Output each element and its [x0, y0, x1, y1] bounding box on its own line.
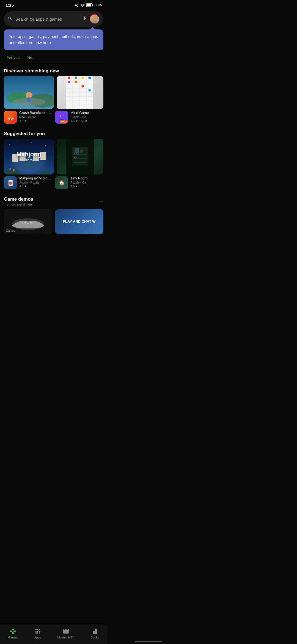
- mind-game-info[interactable]: PRO Mind Game Puzzle • Ca 4.5 ★ • $2.9: [55, 111, 103, 124]
- tab-new[interactable]: Ne...: [23, 53, 39, 62]
- mind-game-name: Mind Game: [70, 111, 103, 115]
- svg-point-26: [68, 81, 70, 83]
- svg-rect-59: [75, 148, 79, 153]
- pro-badge: PRO: [60, 120, 68, 123]
- game-demos-title: Game demos: [4, 197, 33, 202]
- crash-bandicoot-icon: 🦊: [4, 111, 17, 124]
- avatar-image: [90, 15, 99, 23]
- svg-rect-50: [72, 147, 88, 153]
- crash-bandicoot-meta: New • Action: [19, 115, 52, 119]
- svg-point-46: [13, 169, 15, 171]
- crash-bandicoot-card[interactable]: ⭐ 35 ⏸: [4, 76, 54, 109]
- mute-icon: [74, 3, 79, 7]
- svg-point-37: [31, 143, 32, 143]
- mind-game-details: Mind Game Puzzle • Ca 4.5 ★ • $2.9: [70, 111, 103, 123]
- tiny-room-rating: 4.5 ★: [70, 185, 103, 188]
- tiny-room-icon: 🏠: [55, 176, 68, 189]
- svg-point-3: [93, 16, 96, 20]
- wifi-icon: [80, 3, 85, 7]
- svg-rect-2: [92, 4, 93, 6]
- svg-point-22: [68, 77, 70, 79]
- svg-rect-58: [76, 157, 77, 158]
- crash-bandicoot-details: Crash Bandicoot: On the ... New • Action…: [19, 111, 52, 123]
- game-demos-arrow[interactable]: →: [98, 198, 103, 204]
- status-bar: 1:15 83%: [0, 0, 107, 9]
- svg-point-39: [51, 141, 51, 141]
- suggested-section-title: Suggested for you: [0, 128, 107, 139]
- chat-demo-text: PLAY AND CHAT W: [63, 219, 95, 223]
- mind-game-icon: PRO: [55, 111, 68, 124]
- mahjong-details: Mahjong by Microsoft Action • Puzzle 4.6…: [19, 176, 52, 188]
- svg-rect-51: [73, 154, 87, 155]
- svg-point-60: [80, 149, 83, 153]
- svg-point-23: [75, 77, 77, 79]
- mahjong-image: Mahjong by Microsoft: [4, 139, 54, 174]
- avatar[interactable]: [90, 14, 100, 24]
- battery-text: 83%: [95, 3, 102, 7]
- status-time: 1:15: [6, 3, 14, 7]
- svg-point-36: [18, 141, 18, 142]
- svg-rect-10: [27, 97, 31, 102]
- tiny-room-info[interactable]: 🏠 Tiny Room Puzzle • Ca 4.5 ★: [55, 176, 103, 189]
- mahjong-title: Mahjong by Microsoft: [16, 151, 41, 162]
- search-placeholder: Search for apps & games: [15, 17, 79, 21]
- svg-point-24: [81, 77, 84, 79]
- mahjong-title-main: Mahjong: [16, 151, 41, 158]
- crash-bandicoot-image: ⭐ 35 ⏸: [4, 76, 54, 109]
- crash-bandicoot-info[interactable]: 🦊 Crash Bandicoot: On the ... New • Acti…: [4, 111, 52, 124]
- svg-point-35: [9, 144, 10, 144]
- mahjong-card[interactable]: Mahjong by Microsoft: [4, 139, 54, 174]
- search-bar[interactable]: Search for apps & games: [4, 11, 103, 27]
- game-demos-subtitle: Try now, install later: [4, 203, 33, 206]
- tooltip-text: Your apps, games, payment methods, notif…: [9, 34, 98, 46]
- mahjong-title-sub: by Microsoft: [16, 158, 41, 162]
- svg-point-47: [9, 168, 11, 170]
- svg-point-31: [60, 115, 61, 117]
- svg-point-38: [45, 145, 46, 146]
- svg-point-28: [81, 85, 84, 88]
- tab-for-you[interactable]: For you: [3, 53, 23, 62]
- room-puzzle-image: [57, 139, 103, 174]
- mahjong-meta: Action • Puzzle: [19, 181, 52, 184]
- svg-point-27: [75, 81, 77, 83]
- mahjong-app-name: Mahjong by Microsoft: [19, 176, 52, 180]
- tiny-room-details: Tiny Room Puzzle • Ca 4.5 ★: [70, 176, 103, 188]
- svg-rect-1: [87, 4, 91, 6]
- game-demos-title-group: Game demos Try now, install later: [4, 197, 33, 206]
- svg-rect-52: [73, 158, 87, 159]
- chat-demo-card[interactable]: PLAY AND CHAT W: [55, 209, 103, 234]
- demo-cards-row: Games PLAY AND CHAT W: [0, 208, 107, 236]
- tooltip-box: Your apps, games, payment methods, notif…: [4, 29, 103, 50]
- tiny-room-meta: Puzzle • Ca: [70, 181, 103, 184]
- mind-game-meta: Puzzle • Ca: [70, 115, 103, 119]
- crash-bandicoot-rating: 4.5 ★: [19, 119, 52, 123]
- discover-cards-row: ⭐ 35 ⏸: [0, 76, 107, 109]
- discover-section-title: Discover something new: [0, 66, 107, 76]
- crash-bandicoot-name: Crash Bandicoot: On the ...: [19, 111, 52, 115]
- svg-rect-57: [74, 157, 75, 158]
- mic-icon[interactable]: [82, 16, 87, 22]
- suggested-app-info-row: 🀄 Mahjong by Microsoft Action • Puzzle 4…: [0, 176, 107, 189]
- mind-game-card[interactable]: [57, 76, 103, 109]
- tab-bar: For you Ne...: [0, 53, 107, 62]
- room-puzzle-card[interactable]: [57, 139, 103, 174]
- tooltip-container: Your apps, games, payment methods, notif…: [4, 29, 103, 50]
- svg-point-4: [92, 20, 97, 23]
- battery-icon: [86, 3, 93, 7]
- mind-game-rating: 4.5 ★ • $2.9: [70, 119, 103, 123]
- mahjong-rating: 4.6 ★: [19, 185, 52, 188]
- svg-point-29: [88, 89, 91, 92]
- mahjong-info[interactable]: 🀄 Mahjong by Microsoft Action • Puzzle 4…: [4, 176, 52, 189]
- svg-point-25: [88, 77, 91, 79]
- suggested-cards-row: Mahjong by Microsoft: [0, 139, 107, 174]
- mahjong-icon: 🀄: [4, 176, 17, 189]
- search-icon: [8, 16, 13, 22]
- discover-app-info-row: 🦊 Crash Bandicoot: On the ... New • Acti…: [0, 111, 107, 124]
- mind-game-image: [57, 76, 103, 109]
- status-icons: 83%: [74, 3, 102, 7]
- sneakers-demo-card[interactable]: Games: [4, 209, 52, 234]
- game-demos-header: Game demos Try now, install later →: [0, 194, 107, 208]
- svg-rect-53: [73, 162, 87, 163]
- tiny-room-name: Tiny Room: [70, 176, 103, 180]
